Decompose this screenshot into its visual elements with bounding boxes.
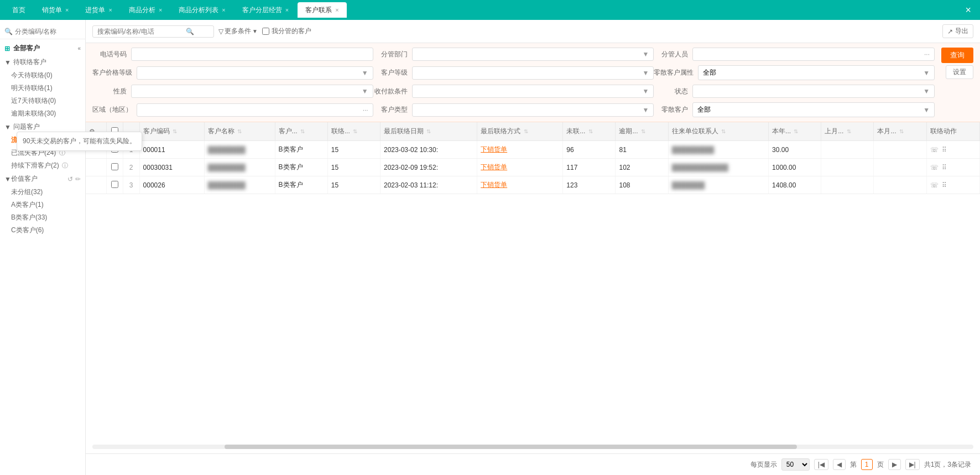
filter-nature-select[interactable]: ▼ <box>131 85 373 98</box>
td-checkbox-2[interactable] <box>106 159 123 176</box>
sidebar-all-customers[interactable]: ⊞ 全部客户 « <box>0 39 85 55</box>
more-conditions-btn[interactable]: ▽ 更多条件 ▼ <box>218 27 258 36</box>
query-button[interactable]: 查询 <box>941 48 973 63</box>
sidebar-item-7days[interactable]: 近7天待联络(0) <box>0 95 85 107</box>
my-customers-checkbox[interactable] <box>262 28 269 35</box>
filter-phone-input[interactable] <box>131 48 373 61</box>
sidebar-search-input[interactable] <box>15 28 81 35</box>
sidebar-item-ungrouped[interactable]: 未分组(32) <box>0 186 85 199</box>
sidebar-item-class-b[interactable]: B类客户(33) <box>0 211 85 224</box>
th-name[interactable]: 客户名称 ⇅ <box>204 122 275 141</box>
th-overdue[interactable]: 逾期... ⇅ <box>616 122 668 141</box>
filter-customer-level-select[interactable]: ▼ <box>412 66 654 80</box>
export-button[interactable]: ↗ 导出 <box>942 24 973 38</box>
scroll-thumb[interactable] <box>225 445 797 449</box>
tab-sales[interactable]: 销货单 × <box>34 2 76 18</box>
filter-retail-customer-select[interactable]: 全部 ▼ <box>692 102 935 117</box>
th-type[interactable]: 客户... ⇅ <box>275 122 327 141</box>
td-checkbox-3[interactable] <box>106 176 123 194</box>
tab-product-analysis[interactable]: 商品分析 × <box>121 2 170 18</box>
sidebar-item-class-a[interactable]: A类客户(1) <box>0 199 85 211</box>
sidebar-item-class-c[interactable]: C类客户(6) <box>0 224 85 237</box>
filter-region-select[interactable]: ··· <box>137 103 373 117</box>
search-input[interactable] <box>97 28 186 35</box>
last-method-link-1[interactable]: 下销货单 <box>481 145 507 153</box>
row3-checkbox[interactable] <box>111 181 118 188</box>
td-last-month-2 <box>821 159 874 176</box>
tab-customer-layer[interactable]: 客户分层经营 × <box>234 2 296 18</box>
sidebar-item-today[interactable]: 今天待联络(0) <box>0 69 85 82</box>
sort-icon2: ⇅ <box>237 128 242 134</box>
tab-close-product-list[interactable]: × <box>222 7 225 13</box>
sort-icon10: ⇅ <box>794 128 798 134</box>
next-page-btn[interactable]: ▶ <box>888 459 901 470</box>
filter-price-select[interactable]: ▼ <box>137 66 373 80</box>
settings-button[interactable]: 设置 <box>946 65 973 79</box>
sidebar-group-pending[interactable]: ▼ 待联络客户 <box>0 55 85 69</box>
th-code[interactable]: 客户编码 ⇅ <box>139 122 204 141</box>
contact-icon-1[interactable]: ☏ <box>930 146 939 154</box>
tab-close-customer-layer[interactable]: × <box>285 7 289 13</box>
sidebar-item-tomorrow[interactable]: 明天待联络(1) <box>0 82 85 95</box>
first-page-btn[interactable]: |◀ <box>814 459 828 470</box>
sidebar-collapse-icon[interactable]: « <box>77 45 81 51</box>
last-page-btn[interactable]: ▶| <box>905 459 920 470</box>
page-label2: 页 <box>877 460 884 469</box>
tab-close-customer-contact[interactable]: × <box>335 7 338 13</box>
sort-icon: ⇅ <box>173 128 177 134</box>
th-last-month[interactable]: 上月... ⇅ <box>821 122 874 141</box>
filter-retail-attr-select[interactable]: 全部 ▼ <box>698 65 935 80</box>
more-icon-1[interactable]: ⠿ <box>942 146 947 154</box>
sidebar-group-value[interactable]: ▼ 价值客户 ↺ ✏ <box>0 172 85 186</box>
refresh-icon[interactable]: ↺ <box>67 175 73 183</box>
scroll-track[interactable] <box>92 445 973 449</box>
search-icon-main[interactable]: 🔍 <box>186 28 194 35</box>
td-this-year-3: 1408.00 <box>769 176 821 194</box>
th-last-date[interactable]: 最后联络日期 ⇅ <box>380 122 477 141</box>
tab-home[interactable]: 首页 <box>4 2 33 18</box>
window-close-icon[interactable]: × <box>961 4 976 16</box>
chevron-down-icon4: ▼ <box>642 69 649 77</box>
triangle-icon: ▼ <box>4 59 11 66</box>
th-contact[interactable]: 联络... ⇅ <box>327 122 380 141</box>
td-name-3: ████████ <box>204 176 275 194</box>
my-customers-checkbox-wrap[interactable]: 我分管的客户 <box>262 27 311 36</box>
filter-payment-label: 收付款条件 <box>373 87 412 96</box>
filter-region-dots[interactable]: ··· <box>363 106 368 114</box>
filter-manager-select[interactable]: ··· <box>692 48 935 61</box>
row2-checkbox[interactable] <box>111 163 118 170</box>
per-page-select[interactable]: 50 20 100 <box>781 458 810 471</box>
td-last-method-2[interactable]: 下销货单 <box>477 159 563 176</box>
chevron-down-icon: ▼ <box>252 28 258 34</box>
last-method-link-2[interactable]: 下销货单 <box>481 163 507 171</box>
th-this-month[interactable]: 本月... ⇅ <box>874 122 926 141</box>
filter-manager-dots[interactable]: ··· <box>924 50 930 58</box>
filter-retail-customer: 零散客户 全部 ▼ <box>654 102 935 117</box>
th-unit-contact[interactable]: 往来单位联系人 ⇅ <box>668 122 768 141</box>
tab-purchase[interactable]: 进货单 × <box>77 2 119 18</box>
th-last-method[interactable]: 最后联络方式 ⇅ <box>477 122 563 141</box>
contact-icon-3[interactable]: ☏ <box>930 181 939 189</box>
td-overdue-1: 81 <box>616 141 668 159</box>
sidebar-item-overdue[interactable]: 逾期未联络(30) <box>0 107 85 120</box>
tab-close-sales[interactable]: × <box>65 7 69 13</box>
more-icon-2[interactable]: ⠿ <box>942 164 947 171</box>
filter-dept-select[interactable]: ▼ <box>412 48 654 61</box>
filter-customer-type-select[interactable]: ▼ <box>412 103 654 117</box>
filter-payment-select[interactable]: ▼ <box>412 85 654 98</box>
tab-close-product-analysis[interactable]: × <box>159 7 162 13</box>
tab-close-purchase[interactable]: × <box>108 7 112 13</box>
th-unlisted[interactable]: 未联... ⇅ <box>563 122 616 141</box>
edit-icon[interactable]: ✏ <box>75 175 81 183</box>
td-last-method-3[interactable]: 下销货单 <box>477 176 563 194</box>
last-method-link-3[interactable]: 下销货单 <box>481 181 507 189</box>
contact-icon-2[interactable]: ☏ <box>930 164 939 171</box>
prev-page-btn[interactable]: ◀ <box>833 459 846 470</box>
tab-customer-contact[interactable]: 客户联系 × <box>298 2 346 18</box>
th-this-year[interactable]: 本年... ⇅ <box>769 122 821 141</box>
filter-status-select[interactable]: ▼ <box>692 85 935 98</box>
more-icon-3[interactable]: ⠿ <box>942 181 947 189</box>
td-last-method-1[interactable]: 下销货单 <box>477 141 563 159</box>
tab-product-list[interactable]: 商品分析列表 × <box>171 2 233 18</box>
sidebar-item-declining[interactable]: 持续下滑客户(2) ⓘ <box>0 159 85 172</box>
